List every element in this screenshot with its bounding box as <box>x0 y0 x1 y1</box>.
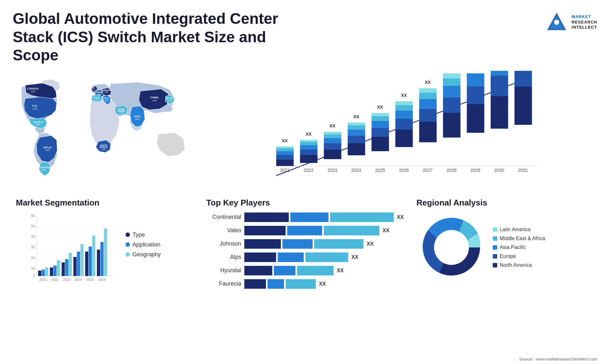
bar-seg1 <box>244 253 276 262</box>
bar-seg1 <box>244 226 286 235</box>
svg-text:xx%: xx% <box>97 93 101 96</box>
svg-rect-136 <box>89 246 92 276</box>
svg-text:xx%: xx% <box>135 117 139 120</box>
svg-rect-47 <box>300 140 318 142</box>
svg-text:xx%: xx% <box>33 107 37 110</box>
player-name-alps: Alps <box>206 254 241 260</box>
regional-title: Regional Analysis <box>417 198 594 208</box>
latin-dot <box>493 227 497 232</box>
header: Global Automotive Integrated Center Stac… <box>0 0 610 68</box>
svg-rect-73 <box>419 122 437 142</box>
svg-rect-67 <box>396 130 413 147</box>
svg-text:xx%: xx% <box>42 168 46 171</box>
bar-chart-container: XX XX XX XX <box>206 71 594 192</box>
svg-text:xx%: xx% <box>45 148 50 151</box>
svg-rect-57 <box>348 130 365 136</box>
svg-rect-92 <box>491 71 508 76</box>
svg-rect-58 <box>348 125 365 130</box>
segmentation-section: Market Segmentation 60 50 40 30 20 10 0 <box>10 195 200 293</box>
segmentation-legend: Type Application Geography <box>122 232 161 258</box>
player-continental: Continental XX <box>206 212 403 222</box>
growth-bar-chart: XX XX XX XX <box>206 71 594 192</box>
svg-rect-135 <box>85 252 88 276</box>
player-bar-faurecia: XX <box>244 279 326 289</box>
bar-seg3 <box>324 226 379 235</box>
svg-rect-137 <box>92 236 95 276</box>
player-alps: Alps XX <box>206 253 403 262</box>
svg-rect-52 <box>324 134 342 138</box>
svg-rect-46 <box>300 142 318 145</box>
svg-text:xx%: xx% <box>94 99 98 101</box>
bar-seg1 <box>244 266 272 275</box>
svg-text:20: 20 <box>31 256 35 260</box>
svg-rect-56 <box>348 136 365 143</box>
bar-seg3 <box>286 279 316 289</box>
player-bar-hyundai: XX <box>244 266 343 275</box>
legend-latin: Latin America <box>493 227 545 233</box>
player-bar-valeo: XX <box>244 226 389 235</box>
svg-text:xx%: xx% <box>104 91 108 93</box>
svg-rect-64 <box>372 116 389 121</box>
segmentation-chart: 60 50 40 30 20 10 0 <box>27 212 116 289</box>
svg-rect-87 <box>467 73 485 86</box>
svg-rect-129 <box>62 262 65 276</box>
svg-text:XX: XX <box>425 80 431 85</box>
svg-text:2030: 2030 <box>494 168 504 173</box>
player-name-johnson: Johnson <box>206 240 241 247</box>
svg-text:2023: 2023 <box>328 168 337 173</box>
main-content: CANADA xx% U.S. xx% MEXICO xx% BRAZIL xx… <box>0 68 610 296</box>
bar-seg2 <box>290 212 329 222</box>
svg-text:40: 40 <box>31 235 35 239</box>
svg-text:XX: XX <box>353 114 359 119</box>
legend-north-america: North America <box>493 262 545 268</box>
donut-svg <box>417 212 486 282</box>
svg-rect-95 <box>515 71 532 87</box>
svg-rect-139 <box>100 242 104 276</box>
svg-rect-74 <box>419 109 437 122</box>
svg-text:10: 10 <box>31 266 35 270</box>
svg-text:XX: XX <box>401 93 407 98</box>
player-bar-johnson: XX <box>244 239 373 249</box>
svg-text:50: 50 <box>31 224 35 228</box>
svg-rect-90 <box>491 96 508 129</box>
svg-rect-40 <box>276 148 294 151</box>
player-name-hyundai: Hyundai <box>206 267 241 274</box>
svg-rect-94 <box>515 87 532 125</box>
bar-chart-section: XX XX XX XX <box>200 68 600 195</box>
svg-text:XX: XX <box>329 123 336 128</box>
svg-rect-45 <box>300 145 318 150</box>
svg-rect-76 <box>419 93 437 99</box>
svg-rect-37 <box>276 160 294 166</box>
svg-text:2027: 2027 <box>423 168 433 173</box>
svg-rect-81 <box>443 86 461 98</box>
player-hyundai: Hyundai XX <box>206 266 403 275</box>
svg-rect-140 <box>104 228 107 276</box>
svg-rect-85 <box>467 104 485 133</box>
svg-text:xx%: xx% <box>30 90 35 93</box>
svg-text:xx%: xx% <box>105 99 109 101</box>
logo-icon <box>546 11 568 33</box>
asia-dot <box>493 245 497 250</box>
svg-text:XX: XX <box>377 104 383 110</box>
svg-rect-130 <box>65 259 68 276</box>
svg-text:XX: XX <box>306 131 312 137</box>
legend-geography: Geography <box>125 251 161 258</box>
bar-seg2 <box>278 253 304 262</box>
bar-seg2 <box>268 279 284 289</box>
mea-dot <box>493 236 497 241</box>
svg-rect-82 <box>443 78 461 86</box>
legend-type: Type <box>125 232 161 238</box>
svg-rect-138 <box>97 250 100 276</box>
svg-rect-61 <box>372 137 389 151</box>
svg-text:2025: 2025 <box>375 168 385 173</box>
donut-chart <box>417 212 486 282</box>
svg-text:2024: 2024 <box>75 278 82 281</box>
svg-rect-49 <box>324 150 342 159</box>
svg-rect-125 <box>45 267 48 276</box>
world-map-svg: CANADA xx% U.S. xx% MEXICO xx% BRAZIL xx… <box>13 71 197 192</box>
svg-rect-126 <box>50 267 53 276</box>
players-list: Continental XX Valeo XX <box>206 212 403 289</box>
page-title: Global Automotive Integrated Center Stac… <box>13 10 299 64</box>
svg-text:2031: 2031 <box>518 168 528 173</box>
player-bar-alps: XX <box>244 253 358 262</box>
